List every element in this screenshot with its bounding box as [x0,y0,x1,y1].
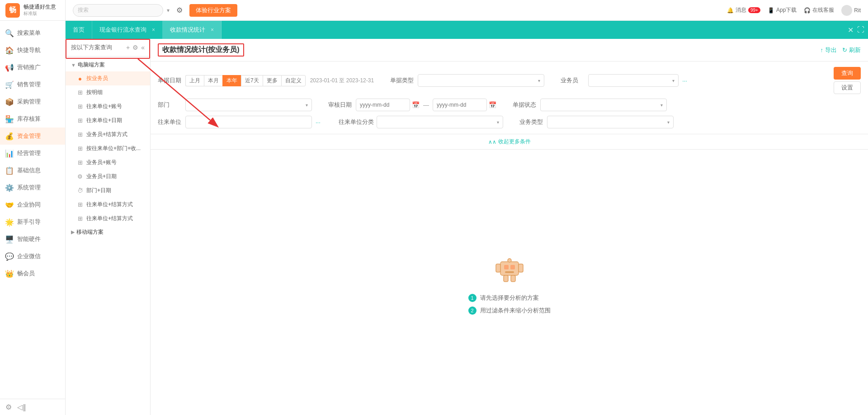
sidebar-item-management[interactable]: 📊 经营管理 [0,145,65,162]
scheme-collapse-icon[interactable]: « [141,44,145,51]
export-icon: ↑ [821,47,824,53]
date-tab-this-year[interactable]: 本年 [222,75,241,86]
sidebar-item-inventory[interactable]: 🏪 库存核算 [0,110,65,127]
group-label: 电脑端方案 [78,61,105,69]
app-download-btn[interactable]: 📱 App下载 [768,6,797,14]
filter-biz-type-select[interactable]: ▾ [547,116,674,128]
filter-doc-type-label: 单据类型 [390,76,415,85]
scheme-group-mobile[interactable]: ▶ 移动端方案 [66,226,150,239]
scheme-item-detail[interactable]: ⊞ 按明细 [66,85,150,99]
scheme-item-salesman-date[interactable]: ⚙ 业务员+日期 [66,170,150,184]
filter-partner-category-select[interactable]: ▾ [377,116,503,128]
sidebar-item-search[interactable]: 🔍 搜索菜单 [0,24,65,42]
detail-icon: ⊞ [76,89,84,96]
svg-rect-0 [500,262,519,275]
sidebar-item-finance[interactable]: 💰 资金管理 [0,127,65,145]
calendar-to-icon[interactable]: 📅 [489,101,496,108]
svg-rect-5 [496,264,500,272]
tab-collection-stats[interactable]: 收款情况统计 × [163,21,222,39]
audit-date-from-input[interactable] [356,99,410,111]
scheme-header-actions: + ⚙ « [126,44,145,51]
messages-badge: 99+ [748,7,760,13]
refresh-btn[interactable]: ↻ 刷新 [842,46,861,54]
audit-date-to-input[interactable] [433,99,487,111]
refresh-icon: ↻ [842,47,847,53]
filter-doc-status-label: 单据状态 [513,101,538,109]
date-tab-more[interactable]: 更多 [263,75,281,86]
sidebar-item-member[interactable]: 👑 畅会员 [0,265,65,282]
filter-doc-status-select[interactable]: ▾ [540,99,667,111]
filter-date-control: 上月 本月 本年 近7天 更多 自定义 2023-01-01 至 2023-12… [185,75,374,86]
scheme-settings-icon[interactable]: ⚙ [132,44,138,51]
scheme-add-icon[interactable]: + [126,44,130,51]
member-icon: 👑 [5,269,14,278]
filter-date-label: 单据日期 [158,76,183,85]
empty-step-2: 2 用过滤条件来缩小分析范围 [468,307,551,315]
scheme-group-desktop[interactable]: ▼ 电脑端方案 [66,58,150,71]
filter-doc-type-select[interactable]: ▾ [418,74,544,87]
date-tab-this-month[interactable]: 本月 [204,75,222,86]
date-tab-last-month[interactable]: 上月 [185,75,204,86]
top-settings-icon[interactable]: ⚙ [173,4,186,17]
scheme-item-partner-date[interactable]: ⊞ 往来单位+日期 [66,113,150,127]
salesman-more-btn[interactable]: ··· [680,77,689,84]
step-num-1: 1 [468,294,476,302]
user-info[interactable]: Rit [841,5,861,16]
filter-date-item: 单据日期 上月 本月 本年 近7天 更多 自定义 2023-01-01 至 20… [158,75,374,86]
scheme-item-partner-settle2[interactable]: ⊞ 往来单位+结算方式 [66,212,150,226]
sidebar-item-collab[interactable]: 🤝 企业协同 [0,196,65,213]
filter-partner-select[interactable] [185,116,312,128]
sidebar-item-wechat[interactable]: 💬 企业微信 [0,248,65,265]
trial-button[interactable]: 体验行业方案 [189,4,237,17]
sidebar-item-system[interactable]: ⚙️ 系统管理 [0,179,65,196]
tab-bank-flow[interactable]: 现金银行流水查询 × [92,21,163,39]
sidebar-item-base[interactable]: 📋 基础信息 [0,162,65,179]
calendar-from-icon[interactable]: 📅 [412,101,420,108]
export-btn[interactable]: ↑ 导出 [821,46,837,54]
collapse-sidebar-icon[interactable]: ◁‖ [17,403,26,411]
filter-partner-category-item: 往来单位分类 ▾ [339,116,503,128]
sidebar-item-purchase[interactable]: 📦 采购管理 [0,93,65,110]
filter-audit-date-label: 审核日期 [328,101,353,109]
sales-icon: 🛒 [5,80,14,89]
tab-close-icon-1[interactable]: × [152,27,155,33]
partner-more-btn[interactable]: ··· [314,119,322,126]
date-tab-custom[interactable]: 自定义 [281,75,306,86]
sidebar-item-sales[interactable]: 🛒 销售管理 [0,76,65,93]
settings-bottom-icon[interactable]: ⚙ [5,403,12,411]
svg-rect-8 [511,275,515,282]
tab-fullscreen-icon[interactable]: ⛶ [857,26,864,34]
sidebar-item-nav[interactable]: 🏠 快捷导航 [0,42,65,59]
wechat-icon: 💬 [5,252,14,260]
dropdown-arrow-icon[interactable]: ▾ [167,7,170,14]
scheme-item-salesman-settle[interactable]: ⊞ 业务员+结算方式 [66,127,150,141]
collapse-bar[interactable]: ∧∧ 收起更多条件 [151,134,868,150]
date-tab-7days[interactable]: 近7天 [241,75,263,86]
sidebar-item-hardware[interactable]: 🖥️ 智能硬件 [0,231,65,248]
tab-home[interactable]: 首页 [66,21,92,39]
partner-settle2-icon: ⊞ [76,215,84,222]
search-box: 搜索 [73,4,163,17]
scheme-item-partner-account[interactable]: ⊞ 往来单位+账号 [66,99,150,113]
marketing-icon: 📢 [5,63,14,71]
scheme-item-partner-settle1[interactable]: ⊞ 往来单位+结算方式 [66,198,150,212]
sidebar-bottom: ⚙ ◁‖ [0,399,65,415]
filter-salesman-control: ▾ ··· [588,74,689,87]
filter-settings-button[interactable]: 设置 [834,81,861,94]
filter-salesman-select[interactable]: ▾ [588,74,679,87]
salesman-date-icon: ⚙ [76,173,84,180]
tab-close-all-icon[interactable]: ✕ [848,26,854,34]
sidebar-item-marketing[interactable]: 📢 营销推广 [0,59,65,76]
scheme-item-by-salesman[interactable]: ● 按业务员 [66,71,150,85]
scheme-item-partner-dept[interactable]: ⊞ 按往来单位+部门+收... [66,141,150,156]
sidebar-item-guide[interactable]: 🌟 新手引导 [0,213,65,231]
filter-dept-select[interactable]: ▾ [185,99,312,111]
query-button[interactable]: 查询 [834,67,861,80]
scheme-item-salesman-account[interactable]: ⊞ 业务员+账号 [66,156,150,170]
scheme-item-dept-date[interactable]: ⏱ 部门+日期 [66,184,150,198]
collab-icon: 🤝 [5,201,14,209]
messages-btn[interactable]: 🔔 消息 99+ [727,6,760,14]
online-service-btn[interactable]: 🎧 在线客服 [804,6,834,14]
header-right: 🔔 消息 99+ 📱 App下载 🎧 在线客服 Rit [727,5,861,16]
tab-close-icon-2[interactable]: × [211,27,214,33]
